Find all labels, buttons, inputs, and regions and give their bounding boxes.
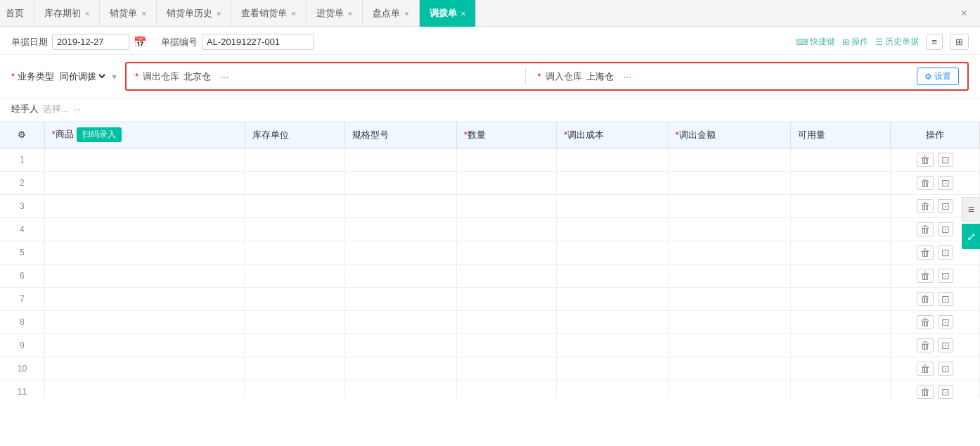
row-spec[interactable] [345,334,456,357]
row-available[interactable] [790,265,891,288]
row-amount[interactable] [668,265,790,288]
tab-close-stocktake[interactable]: × [404,9,408,18]
main-close-button[interactable]: × [954,7,974,20]
row-amount[interactable] [668,334,790,357]
row-available[interactable] [790,148,891,172]
business-type-dropdown-icon[interactable]: ▼ [110,72,118,81]
row-qty[interactable] [456,172,557,195]
row-amount[interactable] [668,311,790,334]
row-spec[interactable] [345,241,456,265]
tab-home[interactable]: 首页 [6,0,34,27]
tab-close-sales-history[interactable]: × [217,9,221,18]
doc-no-input[interactable] [202,34,314,50]
row-qty[interactable] [456,311,557,334]
calendar-icon[interactable]: 📅 [134,36,147,49]
row-unit[interactable] [245,195,345,218]
delete-row-btn[interactable]: 🗑 [917,338,934,352]
row-qty[interactable] [456,148,557,172]
copy-row-btn[interactable]: ⊡ [938,338,953,352]
copy-row-btn[interactable]: ⊡ [938,199,953,213]
settings-icon[interactable]: ⚙ [18,129,26,140]
row-spec[interactable] [345,148,456,172]
row-cost[interactable] [557,241,668,265]
delete-row-btn[interactable]: 🗑 [917,315,934,329]
tab-sales-order[interactable]: 销货单 × [100,0,156,27]
transfer-out-more-btn[interactable]: ··· [221,71,229,82]
history-btn[interactable]: ☰ 历史单据 [875,36,919,48]
row-spec[interactable] [345,218,456,241]
row-cost[interactable] [557,288,668,311]
row-unit[interactable] [245,334,345,357]
row-amount[interactable] [668,288,790,311]
row-cost[interactable] [557,311,668,334]
handler-select[interactable]: 选择... [43,103,69,115]
delete-row-btn[interactable]: 🗑 [917,176,934,190]
row-amount[interactable] [668,241,790,265]
row-spec[interactable] [345,357,456,381]
row-cost[interactable] [557,381,668,400]
transfer-in-more-btn[interactable]: ··· [624,71,632,82]
row-goods[interactable] [44,148,245,172]
float-expand-btn[interactable]: ⤢ [962,224,980,250]
row-amount[interactable] [668,148,790,172]
row-unit[interactable] [245,241,345,265]
row-unit[interactable] [245,148,345,172]
row-goods[interactable] [44,311,245,334]
copy-row-btn[interactable]: ⊡ [938,153,953,167]
row-qty[interactable] [456,357,557,381]
th-settings[interactable]: ⚙ [0,122,44,148]
float-list-btn[interactable]: ≡ [962,197,980,222]
row-goods[interactable] [44,381,245,400]
row-amount[interactable] [668,381,790,400]
delete-row-btn[interactable]: 🗑 [917,199,934,213]
handler-more-btn[interactable]: ··· [73,103,82,115]
row-unit[interactable] [245,218,345,241]
row-cost[interactable] [557,265,668,288]
row-cost[interactable] [557,195,668,218]
row-available[interactable] [790,357,891,381]
tab-close-inventory-init[interactable]: × [85,9,89,18]
row-spec[interactable] [345,381,456,400]
row-qty[interactable] [456,265,557,288]
delete-row-btn[interactable]: 🗑 [917,362,934,376]
row-qty[interactable] [456,218,557,241]
tab-close-sales-order[interactable]: × [141,9,146,18]
copy-row-btn[interactable]: ⊡ [938,362,953,376]
row-cost[interactable] [557,357,668,381]
row-spec[interactable] [345,265,456,288]
row-goods[interactable] [44,357,245,381]
row-amount[interactable] [668,357,790,381]
delete-row-btn[interactable]: 🗑 [917,385,934,399]
row-cost[interactable] [557,172,668,195]
row-cost[interactable] [557,218,668,241]
row-unit[interactable] [245,172,345,195]
copy-row-btn[interactable]: ⊡ [938,176,953,190]
row-unit[interactable] [245,288,345,311]
row-unit[interactable] [245,381,345,400]
row-unit[interactable] [245,265,345,288]
row-qty[interactable] [456,288,557,311]
row-available[interactable] [790,334,891,357]
delete-row-btn[interactable]: 🗑 [917,292,934,306]
row-unit[interactable] [245,357,345,381]
row-goods[interactable] [44,195,245,218]
tab-purchase[interactable]: 进货单 × [307,0,363,27]
row-available[interactable] [790,288,891,311]
tab-transfer[interactable]: 调拨单 × [420,0,476,27]
row-unit[interactable] [245,311,345,334]
scan-input-btn[interactable]: 扫码录入 [77,127,122,142]
shortcut-btn[interactable]: ⌨ 快捷键 [796,36,835,48]
tab-close-view-sales[interactable]: × [291,9,295,18]
row-cost[interactable] [557,148,668,172]
copy-row-btn[interactable]: ⊡ [938,269,953,283]
row-available[interactable] [790,218,891,241]
row-amount[interactable] [668,218,790,241]
row-available[interactable] [790,195,891,218]
row-spec[interactable] [345,311,456,334]
tab-close-transfer[interactable]: × [461,9,465,18]
operate-btn[interactable]: ⊞ 操作 [842,36,868,48]
row-goods[interactable] [44,218,245,241]
layout-grid-btn[interactable]: ⊞ [950,34,969,50]
tab-close-purchase[interactable]: × [348,9,352,18]
layout-list-btn[interactable]: ≡ [926,34,943,50]
